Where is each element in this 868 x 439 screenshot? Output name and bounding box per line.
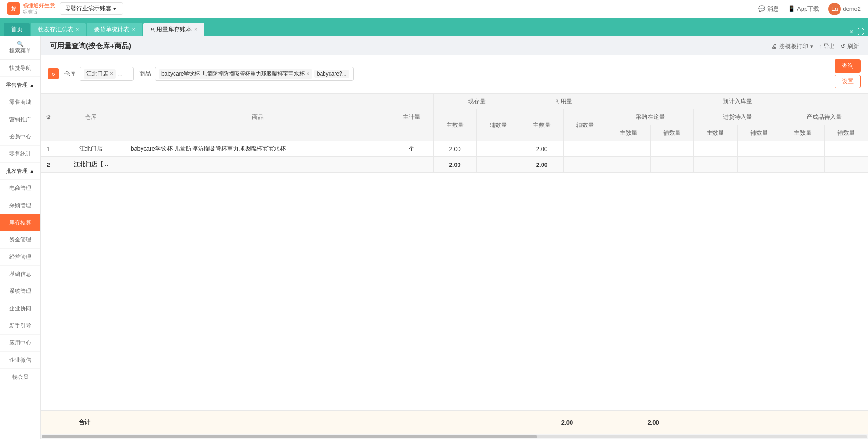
warehouse-tag-close[interactable]: × <box>110 71 113 77</box>
sidebar-item-new-guide[interactable]: 新手引导 <box>0 317 40 335</box>
refresh-btn[interactable]: ↺ 刷新 <box>840 42 859 51</box>
expand-filter-btn[interactable]: » <box>48 68 59 79</box>
sidebar-item-new-guide-label: 新手引导 <box>9 322 31 329</box>
table-container: ⚙ 仓库 商品 主计量 现存量 <box>41 93 868 410</box>
product-tag-2-value: babycare?... <box>317 71 347 77</box>
sidebar-item-operations-mgmt[interactable]: 经营管理 <box>0 249 40 266</box>
filter-bar: » 仓库 江北门店 × ... 商品 babycare学饮杯 儿童防摔防撞吸管杯… <box>41 55 868 93</box>
settings-icon: ⚙ <box>46 114 51 121</box>
fullscreen-btn[interactable]: ⛶ <box>857 28 864 36</box>
setting-button[interactable]: 设置 <box>835 75 861 88</box>
row-pp-sub-1 <box>737 141 781 157</box>
th-settings[interactable]: ⚙ <box>41 94 56 141</box>
chevron-down-icon-2: ▲ <box>29 168 35 175</box>
message-btn[interactable]: 💬 消息 <box>758 5 779 13</box>
sidebar-item-ecommerce-mgmt[interactable]: 电商管理 <box>0 180 40 197</box>
app-download-btn[interactable]: 📱 App下载 <box>788 5 819 13</box>
tab-receive-summary[interactable]: 收发存汇总表 × <box>31 23 86 36</box>
print-btn[interactable]: 🖨 按模板打印 ▾ <box>771 42 813 51</box>
row-product-1: babycare学饮杯 儿童防摔防撞吸管杯重力球吸嘴杯宝宝水杯 <box>126 141 390 157</box>
sidebar-item-purchase-mgmt[interactable]: 采购管理 <box>0 197 40 214</box>
subtotal-warehouse: 江北门店【... <box>56 157 126 173</box>
th-forecast-label: 预计入库量 <box>723 98 752 104</box>
th-warehouse: 仓库 <box>56 94 126 141</box>
sidebar-item-retail-mgmt[interactable]: 零售管理 ▲ <box>0 77 40 94</box>
sidebar-item-retail-store-label: 零售商城 <box>9 99 31 105</box>
sidebar-item-member-center[interactable]: 会员中心 <box>0 128 40 146</box>
sidebar-item-marketing[interactable]: 营销推广 <box>0 111 40 128</box>
sidebar-item-quick-nav[interactable]: 快捷导航 <box>0 60 40 77</box>
export-btn[interactable]: ↑ 导出 <box>819 42 835 51</box>
tab-receive-summary-close[interactable]: × <box>76 27 79 32</box>
tab-available-ledger-close[interactable]: × <box>194 27 197 32</box>
total-avail-sub <box>683 415 709 430</box>
user-area[interactable]: Ea demo2 <box>828 3 861 15</box>
th-production-pending-label: 产成品待入量 <box>807 113 842 120</box>
sidebar-item-wholesale-mgmt[interactable]: 批发管理 ▲ <box>0 163 40 180</box>
sidebar-item-system-mgmt[interactable]: 系统管理 <box>0 283 40 300</box>
print-chevron-icon: ▾ <box>810 43 813 50</box>
filter-action-btns: 查询 设置 <box>835 59 861 88</box>
sidebar-item-retail-stats[interactable]: 零售统计 <box>0 146 40 163</box>
tab-order-stats-close[interactable]: × <box>132 27 135 32</box>
refresh-label: 刷新 <box>847 42 859 51</box>
logo-area: 好 畅捷通好生意 标准版 <box>7 2 55 15</box>
logo-sub: 标准版 <box>23 9 55 15</box>
product-filter-input[interactable]: babycare学饮杯 儿童防摔防撞吸管杯重力球吸嘴杯宝宝水杯 × babyca… <box>155 67 354 81</box>
nav-tabs: 首页 收发存汇总表 × 要货单统计表 × 可用量库存账本 × × ⛶ <box>0 18 868 36</box>
data-table: ⚙ 仓库 商品 主计量 现存量 <box>41 93 868 173</box>
search-icon: 🔍 <box>17 41 24 47</box>
tab-home[interactable]: 首页 <box>4 23 30 36</box>
table-row: 1 江北门店 babycare学饮杯 儿童防摔防撞吸管杯重力球吸嘴杯宝宝水杯 个… <box>41 141 868 157</box>
th-pt-sub: 辅数量 <box>651 125 694 141</box>
th-stock-sub: 辅数量 <box>476 109 520 141</box>
sidebar-item-basic-info[interactable]: 基础信息 <box>0 266 40 283</box>
subtotal-avail-sub <box>564 157 607 173</box>
subtotal-pp-sub <box>737 157 781 173</box>
page-actions: 🖨 按模板打印 ▾ ↑ 导出 ↺ 刷新 <box>771 42 859 51</box>
sidebar-item-enterprise-wechat[interactable]: 企业微信 <box>0 352 40 369</box>
sidebar-item-app-center-label: 应用中心 <box>9 340 31 346</box>
user-name: demo2 <box>843 5 861 12</box>
total-pp-sub <box>789 415 815 430</box>
th-purchase-transit: 采购在途量 <box>607 109 694 125</box>
message-icon: 💬 <box>758 5 765 12</box>
th-main-unit: 主计量 <box>390 94 433 141</box>
avatar-text: Ea <box>831 6 838 12</box>
scrollbar-track[interactable] <box>42 435 867 438</box>
total-prod-sub <box>842 415 868 430</box>
sidebar-item-retail-store[interactable]: 零售商城 <box>0 94 40 111</box>
sidebar-item-app-center[interactable]: 应用中心 <box>0 335 40 352</box>
print-icon: 🖨 <box>771 43 777 50</box>
sidebar-item-operations-mgmt-label: 经营管理 <box>9 254 31 260</box>
total-stock-main: 2.00 <box>537 415 597 430</box>
sidebar-item-vip-member[interactable]: 畅会员 <box>0 369 40 386</box>
scrollbar-thumb[interactable] <box>42 435 537 438</box>
close-all-btn[interactable]: × <box>849 28 854 36</box>
row-prod-sub-1 <box>824 141 868 157</box>
warehouse-filter-tag: 江北门店 × <box>84 69 116 79</box>
warehouse-filter-input[interactable]: 江北门店 × ... <box>80 67 134 81</box>
tenant-dropdown-icon: ▾ <box>113 6 116 12</box>
subtotal-pt-main <box>607 157 651 173</box>
total-row: 合计 2.00 2.00 <box>41 415 868 430</box>
tab-order-stats[interactable]: 要货单统计表 × <box>87 23 142 36</box>
product-tag-1-close[interactable]: × <box>307 71 310 77</box>
sidebar-item-inventory-check[interactable]: 库存核算 <box>0 214 40 231</box>
sidebar: 🔍 搜索菜单 快捷导航 零售管理 ▲ 零售商城 营销推广 会员中心 零售统计 批… <box>0 36 41 439</box>
logo-text: 畅捷通好生意 <box>23 2 55 9</box>
sidebar-item-enterprise-collab[interactable]: 企业协同 <box>0 300 40 317</box>
th-product: 商品 <box>126 94 390 141</box>
total-pt-sub <box>736 415 762 430</box>
horizontal-scrollbar[interactable] <box>41 434 868 439</box>
th-avail-main-label: 主数量 <box>533 122 551 128</box>
tab-available-ledger[interactable]: 可用量库存账本 × <box>143 23 204 36</box>
warehouse-more-btn[interactable]: ... <box>118 71 123 77</box>
tenant-selector[interactable]: 母婴行业演示账套 ▾ <box>60 2 123 15</box>
main-layout: 🔍 搜索菜单 快捷导航 零售管理 ▲ 零售商城 营销推广 会员中心 零售统计 批… <box>0 36 868 439</box>
th-avail-sub: 辅数量 <box>564 109 607 141</box>
query-button[interactable]: 查询 <box>835 59 861 73</box>
sidebar-item-finance-mgmt[interactable]: 资金管理 <box>0 231 40 249</box>
th-purchase-pending-label: 进货待入量 <box>723 113 752 120</box>
sidebar-search[interactable]: 🔍 搜索菜单 <box>0 36 40 60</box>
